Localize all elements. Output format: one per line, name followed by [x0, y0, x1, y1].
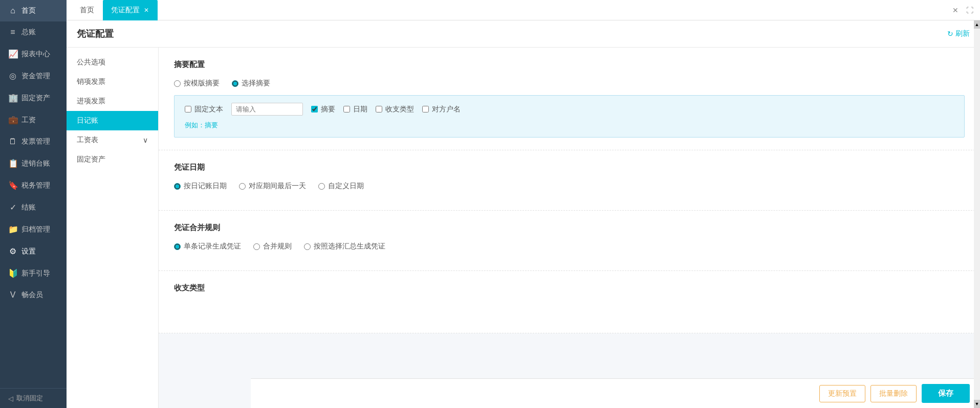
- left-nav-purchase-invoice[interactable]: 进项发票: [67, 92, 158, 111]
- sidebar-item-label: 新手引导: [21, 269, 50, 278]
- left-nav-sales-invoice[interactable]: 销项发票: [67, 72, 158, 92]
- left-nav-journal[interactable]: 日记账: [67, 111, 158, 130]
- unpin-label: 取消固定: [16, 394, 43, 403]
- scrollbar: ▲ ▼: [974, 48, 980, 408]
- sidebar-item-funds[interactable]: ◎ 资金管理: [0, 65, 67, 87]
- abstract-label: 摘要: [321, 105, 335, 114]
- abstract-checkbox[interactable]: [311, 106, 318, 112]
- sidebar-item-vip[interactable]: V 畅会员: [0, 284, 67, 306]
- sidebar-item-settings[interactable]: ⚙ 设置: [0, 240, 67, 262]
- fixed-text-label: 固定文本: [194, 105, 223, 114]
- date-checkbox[interactable]: [343, 106, 350, 112]
- template-summary-option[interactable]: 按模版摘要: [174, 79, 220, 88]
- sidebar-item-label: 首页: [21, 6, 36, 15]
- sidebar-item-salary[interactable]: 💼 工资: [0, 109, 67, 131]
- left-nav-journal-label: 日记账: [77, 116, 98, 125]
- refresh-button[interactable]: ↻ 刷新: [947, 29, 970, 38]
- fixed-text-checkbox[interactable]: [185, 106, 191, 112]
- counterpart-option[interactable]: 对方户名: [422, 105, 461, 114]
- tab-close-icon[interactable]: ✕: [144, 7, 149, 14]
- income-type-checkbox[interactable]: [376, 106, 382, 112]
- single-record-label: 单条记录生成凭证: [184, 242, 241, 251]
- date-label: 日期: [353, 105, 367, 114]
- by-journal-date-radio[interactable]: [174, 183, 181, 190]
- income-type-option[interactable]: 收支类型: [376, 105, 414, 114]
- select-summary-merge-label: 按照选择汇总生成凭证: [314, 242, 385, 251]
- by-journal-date-option[interactable]: 按日记账日期: [174, 182, 227, 191]
- single-record-option[interactable]: 单条记录生成凭证: [174, 242, 241, 251]
- select-summary-merge-option[interactable]: 按照选择汇总生成凭证: [304, 242, 385, 251]
- archive-icon: 📁: [8, 224, 17, 234]
- select-summary-merge-radio[interactable]: [304, 243, 311, 250]
- sidebar-item-invoice-mgmt[interactable]: 🗒 发票管理: [0, 131, 67, 152]
- merge-rules-radio[interactable]: [253, 243, 260, 250]
- right-content: 摘要配置 按模版摘要 选择摘要 固定文本: [159, 48, 980, 408]
- sidebar-item-sales-ledger[interactable]: 📋 进销台账: [0, 152, 67, 174]
- scroll-down-arrow[interactable]: ▼: [974, 400, 980, 408]
- sidebar-item-label: 总账: [21, 28, 36, 37]
- left-nav-fixed-assets-label: 固定资产: [77, 155, 105, 164]
- settings-icon: ⚙: [8, 246, 17, 256]
- date-option[interactable]: 日期: [343, 105, 367, 114]
- sidebar-item-reports[interactable]: 📈 报表中心: [0, 43, 67, 65]
- left-nav-fixed-assets[interactable]: 固定资产: [67, 150, 158, 169]
- merge-rules-option[interactable]: 合并规则: [253, 242, 292, 251]
- sidebar-item-guide[interactable]: 🔰 新手引导: [0, 262, 67, 284]
- template-summary-radio[interactable]: [174, 80, 181, 87]
- left-nav-public[interactable]: 公共选项: [67, 53, 158, 72]
- merge-rules-label: 合并规则: [263, 242, 292, 251]
- sidebar-item-ledger[interactable]: ≡ 总账: [0, 21, 67, 43]
- abstract-option[interactable]: 摘要: [311, 105, 335, 114]
- refresh-label: 刷新: [955, 29, 970, 38]
- select-summary-label: 选择摘要: [242, 79, 270, 88]
- sidebar-item-label: 归档管理: [21, 225, 50, 234]
- chevron-down-icon: ∨: [143, 136, 148, 144]
- voucher-date-title: 凭证日期: [174, 163, 965, 172]
- sidebar-item-archive[interactable]: 📁 归档管理: [0, 218, 67, 240]
- window-expand-icon[interactable]: ⛶: [965, 5, 975, 15]
- sidebar-item-label: 进销台账: [21, 159, 50, 168]
- sidebar-item-label: 资金管理: [21, 72, 50, 81]
- left-nav-payroll[interactable]: 工资表 ∨: [67, 130, 158, 150]
- fixed-text-option[interactable]: 固定文本: [185, 105, 223, 114]
- salary-icon: 💼: [8, 115, 17, 125]
- update-preset-button[interactable]: 更新预置: [819, 385, 865, 402]
- sidebar-item-closing[interactable]: ✓ 结账: [0, 196, 67, 218]
- page-title: 凭证配置: [77, 28, 114, 40]
- example-text: 例如：摘要: [185, 121, 954, 130]
- fixed-text-input[interactable]: [231, 103, 303, 116]
- summary-config-section: 摘要配置 按模版摘要 选择摘要 固定文本: [159, 48, 980, 150]
- counterpart-checkbox[interactable]: [422, 106, 429, 112]
- unpin-button[interactable]: ◁ 取消固定: [0, 388, 67, 408]
- last-day-option[interactable]: 对应期间最后一天: [239, 182, 306, 191]
- sidebar-item-label: 发票管理: [21, 137, 50, 146]
- save-button[interactable]: 保存: [922, 384, 970, 403]
- last-day-label: 对应期间最后一天: [249, 182, 306, 191]
- refresh-icon: ↻: [947, 30, 953, 38]
- custom-date-option[interactable]: 自定义日期: [318, 182, 364, 191]
- tab-home[interactable]: 首页: [72, 0, 103, 20]
- last-day-radio[interactable]: [239, 183, 246, 190]
- single-record-radio[interactable]: [174, 243, 181, 250]
- voucher-date-section: 凭证日期 按日记账日期 对应期间最后一天 自定义日期: [159, 150, 980, 211]
- select-summary-option[interactable]: 选择摘要: [232, 79, 270, 88]
- window-close-icon[interactable]: ✕: [950, 5, 961, 15]
- guide-icon: 🔰: [8, 268, 17, 278]
- custom-date-radio[interactable]: [318, 183, 325, 190]
- home-icon: ⌂: [8, 6, 17, 15]
- tab-voucher-config[interactable]: 凭证配置 ✕: [103, 0, 158, 20]
- closing-icon: ✓: [8, 202, 17, 212]
- tax-icon: 🔖: [8, 180, 17, 190]
- sidebar-item-home[interactable]: ⌂ 首页: [0, 0, 67, 21]
- merge-rules-title: 凭证合并规则: [174, 223, 965, 233]
- sidebar-item-tax-mgmt[interactable]: 🔖 税务管理: [0, 174, 67, 196]
- content-layout: 公共选项 销项发票 进项发票 日记账 工资表 ∨ 固定资产 摘要配置: [67, 48, 980, 408]
- sidebar-item-fixed-assets[interactable]: 🏢 固定资产: [0, 87, 67, 109]
- select-summary-radio[interactable]: [232, 80, 238, 87]
- sidebar-item-label: 税务管理: [21, 181, 50, 190]
- sidebar-item-label: 畅会员: [21, 290, 43, 300]
- invoice-mgmt-icon: 🗒: [8, 137, 17, 146]
- batch-delete-button[interactable]: 批量删除: [870, 385, 917, 402]
- reports-icon: 📈: [8, 49, 17, 59]
- vip-icon: V: [8, 290, 17, 300]
